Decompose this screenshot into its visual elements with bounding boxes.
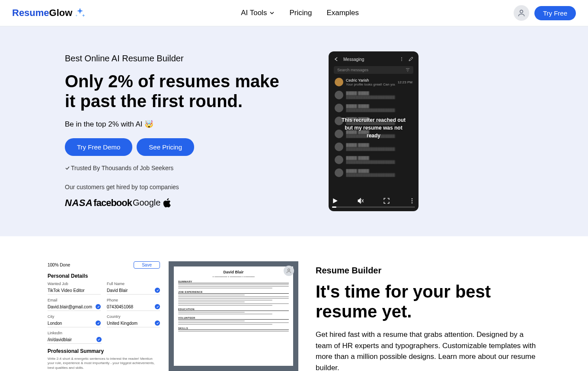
nav: AI Tools Pricing Examples <box>241 9 359 17</box>
builder-eyebrow: Resume Builder <box>316 266 540 276</box>
svg-point-0 <box>520 10 523 13</box>
resume-avatar[interactable] <box>284 266 294 276</box>
filter-icon <box>406 68 410 72</box>
more-vert-icon[interactable] <box>409 198 415 204</box>
logo-text-secondary: Glow <box>49 7 73 19</box>
account-avatar[interactable] <box>514 5 529 21</box>
phone-title: Messaging <box>343 57 364 62</box>
resume-preview: David Blair ● ●●●●●●●●●● ● ●●●●●●●●● ● ●… <box>169 261 298 371</box>
message-preview: Your profile looks great! Can you send o… <box>346 82 395 86</box>
builder-copy: Resume Builder It's time for your best r… <box>316 261 540 371</box>
check-badge-icon <box>96 304 101 309</box>
mute-icon[interactable] <box>358 198 364 204</box>
chevron-down-icon <box>269 10 275 16</box>
more-icon[interactable] <box>399 57 404 61</box>
header: ResumeGlow AI Tools Pricing Examples Try… <box>0 0 588 26</box>
message-item-blur: ████ ████████████████████████ <box>331 153 416 166</box>
demo-phone: Messaging Search messages Cedric Yarish … <box>329 51 419 211</box>
check-badge-icon <box>155 304 160 309</box>
try-free-button[interactable]: Try Free <box>534 6 576 20</box>
phone-label: Phone <box>107 298 160 302</box>
video-progress[interactable] <box>332 206 415 208</box>
builder-desc: Get hired fast with a resume that grabs … <box>316 329 540 371</box>
message-item-blur: ████ ████████████████████████ <box>331 89 416 101</box>
svg-point-2 <box>401 59 402 60</box>
message-time: 12:23 PM <box>398 80 412 84</box>
check-badge-icon <box>96 320 101 326</box>
nav-ai-tools-label: AI Tools <box>241 9 267 17</box>
play-icon[interactable] <box>332 198 338 204</box>
google-logo: Google <box>133 198 161 208</box>
svg-point-1 <box>401 57 402 58</box>
hero-subtitle: Be in the top 2% with AI 🤯 <box>65 120 290 129</box>
save-button[interactable]: Save <box>134 261 160 269</box>
wanted-job-label: Wanted Job <box>48 282 101 286</box>
sparkle-icon <box>74 7 86 19</box>
resume-name: David Blair <box>178 270 289 274</box>
resume-sec-edu: EDUCATION <box>178 308 289 311</box>
back-arrow-icon[interactable] <box>334 57 339 62</box>
try-demo-button[interactable]: Try Free Demo <box>65 138 132 156</box>
search-placeholder: Search messages <box>337 68 368 72</box>
phone-header: Messaging <box>331 54 416 64</box>
message-item-blur: ████ ████████████████████████ <box>331 166 416 179</box>
svg-point-3 <box>401 60 402 61</box>
video-caption: This recruiter reached out but my resume… <box>329 116 419 140</box>
fullscreen-icon[interactable] <box>383 198 390 204</box>
nav-pricing[interactable]: Pricing <box>289 9 312 17</box>
apple-logo-icon <box>161 197 173 209</box>
facebook-logo: facebook <box>93 197 132 209</box>
svg-point-6 <box>412 203 412 203</box>
check-icon <box>65 165 70 171</box>
message-avatar <box>335 78 343 86</box>
user-icon <box>517 9 526 17</box>
nasa-logo: NASA <box>65 197 93 209</box>
video-controls <box>329 194 419 211</box>
user-icon <box>286 268 292 274</box>
fullname-label: Full Name <box>107 282 160 286</box>
company-logos: NASA facebook Google <box>65 197 290 209</box>
logo-text-primary: Resume <box>12 7 49 19</box>
fullname-input[interactable] <box>107 287 160 295</box>
svg-point-7 <box>288 269 290 271</box>
see-pricing-button[interactable]: See Pricing <box>137 138 194 156</box>
summary-heading: Professional Summary <box>48 348 160 354</box>
message-item[interactable]: Cedric Yarish Your profile looks great! … <box>331 76 416 89</box>
email-label: Email <box>48 298 101 302</box>
trust-line: Trusted By Thousands of Job Seekers <box>65 165 290 171</box>
check-badge-icon <box>155 320 160 326</box>
hired-text: Our customers get hired by top companies <box>65 184 290 190</box>
country-label: Country <box>107 314 160 319</box>
check-badge-icon <box>96 337 102 342</box>
phone-input[interactable] <box>107 303 160 311</box>
city-label: City <box>48 314 101 319</box>
personal-details-heading: Personal Details <box>48 273 160 279</box>
hero-eyebrow: Best Online AI Resume Builder <box>65 54 290 63</box>
builder-section: 100% Done Save Personal Details Wanted J… <box>0 236 588 371</box>
hero: Best Online AI Resume Builder Only 2% of… <box>0 26 588 236</box>
logo[interactable]: ResumeGlow <box>12 7 86 19</box>
message-item-blur: ████ ████████████████████████ <box>331 140 416 153</box>
nav-examples[interactable]: Examples <box>326 9 359 17</box>
message-item-blur: ████ ████████████████████████ <box>331 101 416 114</box>
hero-title: Only 2% of resumes make it past the firs… <box>65 71 290 111</box>
linkedin-input[interactable] <box>48 336 102 344</box>
email-input[interactable] <box>48 303 101 311</box>
message-name: Cedric Yarish <box>346 78 395 82</box>
country-input[interactable] <box>107 320 160 327</box>
progress-text: 100% Done <box>48 263 70 267</box>
resume-sec-vol: VOLUNTEER <box>178 317 289 320</box>
compose-icon[interactable] <box>408 57 413 62</box>
builder-title: It's time for your best resume yet. <box>316 282 540 321</box>
svg-point-5 <box>412 200 412 201</box>
hero-content: Best Online AI Resume Builder Only 2% of… <box>65 54 290 209</box>
nav-ai-tools[interactable]: AI Tools <box>241 9 275 17</box>
builder-preview: 100% Done Save Personal Details Wanted J… <box>48 261 298 371</box>
city-input[interactable] <box>48 320 101 327</box>
linkedin-label: LinkedIn <box>48 331 102 335</box>
trust-text: Trusted By Thousands of Job Seekers <box>71 165 173 171</box>
phone-search[interactable]: Search messages <box>334 66 413 74</box>
check-badge-icon <box>155 288 160 293</box>
wanted-job-input[interactable] <box>48 287 101 295</box>
form-panel: 100% Done Save Personal Details Wanted J… <box>48 261 160 371</box>
